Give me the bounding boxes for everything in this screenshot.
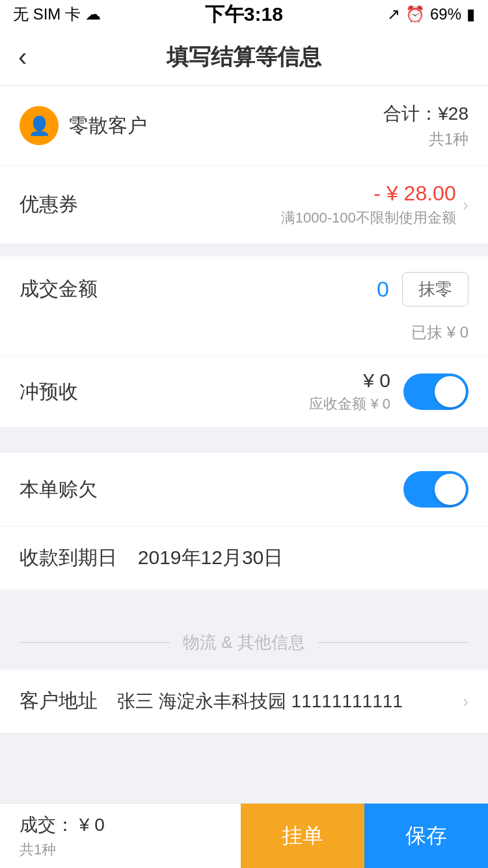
precharge-receivable: 应收金额 ¥ 0 xyxy=(309,394,390,414)
address-section: 客户地址 张三 海淀永丰科技园 11111111111 › xyxy=(0,670,488,733)
round-button[interactable]: 抹零 xyxy=(402,272,468,306)
transaction-section: 成交金额 0 抹零 已抹 ¥ 0 冲预收 ¥ 0 应收金额 ¥ 0 xyxy=(0,256,488,427)
debt-toggle-knob xyxy=(435,474,466,505)
debt-section: 本单赊欠 收款到期日 2019年12月30日 xyxy=(0,453,488,590)
bottom-trade-label: 成交： xyxy=(20,815,74,835)
battery-icon: ▮ xyxy=(467,5,475,23)
address-value: 张三 海淀永丰科技园 11111111111 xyxy=(117,689,463,714)
precharge-amount-info: ¥ 0 应收金额 ¥ 0 xyxy=(309,370,390,414)
coupon-chevron-icon: › xyxy=(463,195,468,215)
save-button[interactable]: 保存 xyxy=(364,804,488,868)
bottom-bar: 成交： ¥ 0 共1种 挂单 保存 xyxy=(0,803,488,868)
customer-row: 👤 零散客户 合计：¥28 共1种 xyxy=(0,86,488,165)
bottom-trade-value: ¥ 0 xyxy=(79,815,105,835)
status-right: ↗ ⏰ 69% ▮ xyxy=(387,5,475,23)
due-date-label: 收款到期日 xyxy=(20,547,117,568)
debt-toggle[interactable] xyxy=(403,471,468,508)
coupon-amount: - ¥ 28.00 xyxy=(281,182,456,206)
person-icon: 👤 xyxy=(28,115,51,137)
battery-percent: 69% xyxy=(430,5,461,23)
customer-info: 👤 零散客户 xyxy=(20,106,147,145)
status-bar: 无 SIM 卡 ☁ 下午3:18 ↗ ⏰ 69% ▮ xyxy=(0,0,488,29)
precharge-right: ¥ 0 应收金额 ¥ 0 xyxy=(309,370,468,414)
precharge-amount: ¥ 0 xyxy=(309,370,390,392)
section-gap-3 xyxy=(0,590,488,603)
precharge-toggle[interactable] xyxy=(403,373,468,410)
customer-section: 👤 零散客户 合计：¥28 共1种 xyxy=(0,86,488,165)
precharge-row: 冲预收 ¥ 0 应收金额 ¥ 0 xyxy=(0,356,488,427)
status-time: 下午3:18 xyxy=(205,1,283,28)
customer-name: 零散客户 xyxy=(69,113,147,139)
bottom-trade: 成交： ¥ 0 xyxy=(20,813,221,837)
already-rounded-text: 已抹 ¥ 0 xyxy=(0,322,488,356)
page-title: 填写结算等信息 xyxy=(167,42,321,72)
address-chevron-icon: › xyxy=(463,691,468,712)
address-row[interactable]: 客户地址 张三 海淀永丰科技园 11111111111 › xyxy=(0,670,488,733)
customer-total: 合计：¥28 xyxy=(383,102,468,126)
section-gap-2 xyxy=(0,427,488,440)
customer-count: 共1种 xyxy=(383,129,468,150)
alarm-icon: ⏰ xyxy=(405,5,425,23)
customer-avatar: 👤 xyxy=(20,106,59,145)
customer-total-info: 合计：¥28 共1种 xyxy=(383,102,468,150)
debt-row: 本单赊欠 xyxy=(0,453,488,526)
logistics-label: 物流 & 其他信息 xyxy=(183,631,305,654)
bottom-count: 共1种 xyxy=(20,840,221,860)
coupon-info: - ¥ 28.00 满1000-100不限制使用金额 xyxy=(281,182,456,228)
transaction-right: 0 抹零 xyxy=(377,272,468,306)
logistics-section: 物流 & 其他信息 xyxy=(0,616,488,670)
transaction-row: 成交金额 0 抹零 xyxy=(0,256,488,322)
toggle-knob xyxy=(435,376,466,407)
location-icon: ↗ xyxy=(387,5,400,23)
hang-button[interactable]: 挂单 xyxy=(241,804,364,868)
transaction-value[interactable]: 0 xyxy=(377,277,389,302)
precharge-label: 冲预收 xyxy=(20,379,78,405)
coupon-right: - ¥ 28.00 满1000-100不限制使用金额 › xyxy=(281,182,468,228)
coupon-row[interactable]: 优惠券 - ¥ 28.00 满1000-100不限制使用金额 › xyxy=(0,166,488,243)
address-label: 客户地址 xyxy=(20,688,98,714)
status-left: 无 SIM 卡 ☁ xyxy=(13,4,101,25)
coupon-desc: 满1000-100不限制使用金额 xyxy=(281,208,456,228)
due-date-row[interactable]: 收款到期日 2019年12月30日 xyxy=(0,526,488,590)
section-gap-1 xyxy=(0,243,488,256)
due-date-value: 2019年12月30日 xyxy=(138,547,283,568)
coupon-label: 优惠券 xyxy=(20,191,78,218)
transaction-label: 成交金额 xyxy=(20,276,98,303)
bottom-info: 成交： ¥ 0 共1种 xyxy=(0,804,241,868)
back-button[interactable]: ‹ xyxy=(18,42,27,72)
debt-label: 本单赊欠 xyxy=(20,476,98,503)
nav-bar: ‹ 填写结算等信息 xyxy=(0,29,488,86)
sim-status: 无 SIM 卡 ☁ xyxy=(13,4,101,25)
